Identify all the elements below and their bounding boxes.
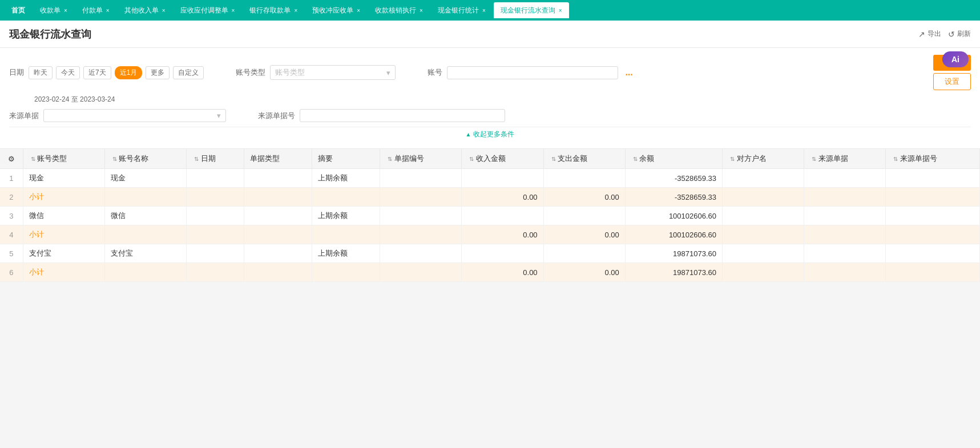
account-type-cell: 微信 — [23, 207, 104, 225]
close-icon-6[interactable]: × — [420, 7, 423, 14]
refresh-button[interactable]: ↺ 刷新 — [948, 29, 971, 39]
balance-cell: 100102606.60 — [625, 225, 722, 244]
expense-cell — [543, 207, 625, 225]
row-number: 6 — [0, 263, 23, 282]
account-type-cell: 支付宝 — [23, 244, 104, 263]
nav-tab-7[interactable]: 现金银行统计 × — [431, 2, 493, 18]
collapse-icon: ▲ — [466, 131, 471, 138]
close-icon-3[interactable]: × — [232, 7, 235, 14]
counterpart-cell — [723, 244, 804, 263]
filter-row-2: 来源单据 ▾ 来源单据号 — [9, 109, 971, 122]
col-header-balance[interactable]: ⇅ 余额 — [625, 149, 722, 169]
source-doc-no-input[interactable] — [300, 109, 505, 122]
close-icon-7[interactable]: × — [482, 7, 486, 14]
summary-cell: 上期余额 — [312, 169, 380, 188]
account-input[interactable] — [447, 66, 618, 79]
date-btn-more[interactable]: 更多 — [146, 66, 170, 79]
account-name-cell: 微信 — [104, 207, 186, 225]
gear-column-header[interactable]: ⚙ — [0, 149, 23, 169]
ai-button[interactable]: Ai — [942, 51, 969, 67]
chevron-down-icon: ▾ — [386, 68, 390, 77]
more-dots[interactable]: ... — [625, 67, 632, 78]
account-type-cell: 小计 — [23, 263, 104, 282]
balance-cell: -3528659.33 — [625, 169, 722, 188]
source-doc-no-cell — [886, 188, 980, 207]
sort-icon-10: ⇅ — [730, 156, 735, 162]
row-number: 5 — [0, 244, 23, 263]
header-bar: 现金银行流水查询 ↗ 导出 ↺ 刷新 — [0, 21, 980, 48]
settings-button[interactable]: 设置 — [933, 73, 971, 90]
col-header-account-type[interactable]: ⇅ 账号类型 — [23, 149, 104, 169]
col-header-account-name[interactable]: ⇅ 账号名称 — [104, 149, 186, 169]
collapse-bar[interactable]: ▲ 收起更多条件 — [9, 127, 971, 142]
nav-tab-5[interactable]: 预收冲应收单 × — [305, 2, 367, 18]
summary-cell: 上期余额 — [312, 244, 380, 263]
close-icon-0[interactable]: × — [64, 7, 67, 14]
counterpart-cell — [723, 225, 804, 244]
income-cell: 0.00 — [462, 263, 543, 282]
date-btn-yesterday[interactable]: 昨天 — [29, 66, 53, 79]
table-row: 6小计0.000.0019871073.60 — [0, 263, 980, 282]
close-icon-4[interactable]: × — [294, 7, 297, 14]
close-icon-8[interactable]: × — [559, 7, 562, 14]
expense-cell — [543, 244, 625, 263]
col-header-income[interactable]: ⇅ 收入金额 — [462, 149, 543, 169]
data-table: ⚙ ⇅ 账号类型 ⇅ 账号名称 ⇅ 日期 单据类型 摘要 — [0, 149, 980, 282]
row-number: 4 — [0, 225, 23, 244]
date-btn-today[interactable]: 今天 — [56, 66, 80, 79]
source-doc-no-cell — [886, 225, 980, 244]
nav-tab-4[interactable]: 银行存取款单 × — [243, 2, 304, 18]
sort-icon-8: ⇅ — [551, 156, 556, 162]
doc-type-cell — [244, 244, 312, 263]
nav-tab-2[interactable]: 其他收入单 × — [118, 2, 172, 18]
summary-cell — [312, 263, 380, 282]
nav-tab-6[interactable]: 收款核销执行 × — [368, 2, 430, 18]
sort-icon-12: ⇅ — [893, 156, 898, 162]
nav-tab-1[interactable]: 付款单 × — [75, 2, 116, 18]
col-header-date[interactable]: ⇅ 日期 — [186, 149, 244, 169]
source-doc-no-label: 来源单据号 — [258, 111, 295, 121]
counterpart-cell — [723, 169, 804, 188]
export-button[interactable]: ↗ 导出 — [918, 29, 941, 39]
source-doc-select[interactable]: ▾ — [43, 109, 226, 122]
col-header-doc-no[interactable]: ⇅ 单据编号 — [380, 149, 462, 169]
doc-type-cell — [244, 207, 312, 225]
row-number: 3 — [0, 207, 23, 225]
collapse-label: 收起更多条件 — [473, 130, 514, 139]
col-header-source-doc[interactable]: ⇅ 来源单据 — [804, 149, 886, 169]
doc-type-cell — [244, 263, 312, 282]
income-cell — [462, 207, 543, 225]
close-icon-1[interactable]: × — [106, 7, 110, 14]
date-filter: 日期 昨天 今天 近7天 近1月 更多 自定义 — [9, 66, 204, 79]
col-header-source-doc-no[interactable]: ⇅ 来源单据号 — [886, 149, 980, 169]
chevron-down-icon-2: ▾ — [217, 111, 221, 120]
doc-no-cell — [380, 225, 462, 244]
nav-tab-3[interactable]: 应收应付调整单 × — [174, 2, 242, 18]
date-cell — [186, 188, 244, 207]
date-btn-7days[interactable]: 近7天 — [83, 66, 111, 79]
source-doc-cell — [804, 225, 886, 244]
sort-icon-7: ⇅ — [469, 156, 474, 162]
col-header-doc-type[interactable]: 单据类型 — [244, 149, 312, 169]
close-icon-2[interactable]: × — [162, 7, 166, 14]
close-icon-5[interactable]: × — [357, 7, 360, 14]
income-cell — [462, 169, 543, 188]
table-row: 1现金现金上期余额-3528659.33 — [0, 169, 980, 188]
expense-cell: 0.00 — [543, 263, 625, 282]
filter-row-1: 日期 昨天 今天 近7天 近1月 更多 自定义 账号类型 账号类型 ▾ 账号 .… — [9, 55, 971, 90]
col-header-counterpart[interactable]: ⇅ 对方户名 — [723, 149, 804, 169]
account-name-cell: 现金 — [104, 169, 186, 188]
source-doc-cell — [804, 188, 886, 207]
account-type-select[interactable]: 账号类型 ▾ — [270, 65, 396, 80]
date-btn-1month[interactable]: 近1月 — [115, 66, 143, 79]
col-header-expense[interactable]: ⇅ 支出金额 — [543, 149, 625, 169]
nav-home[interactable]: 首页 — [5, 2, 32, 18]
doc-no-cell — [380, 263, 462, 282]
account-name-cell — [104, 263, 186, 282]
summary-cell — [312, 225, 380, 244]
date-btn-custom[interactable]: 自定义 — [173, 66, 204, 79]
col-header-summary[interactable]: 摘要 — [312, 149, 380, 169]
table-container: ⚙ ⇅ 账号类型 ⇅ 账号名称 ⇅ 日期 单据类型 摘要 — [0, 149, 980, 282]
nav-tab-0[interactable]: 收款单 × — [33, 2, 74, 18]
nav-tab-8[interactable]: 现金银行流水查询 × — [494, 2, 569, 18]
